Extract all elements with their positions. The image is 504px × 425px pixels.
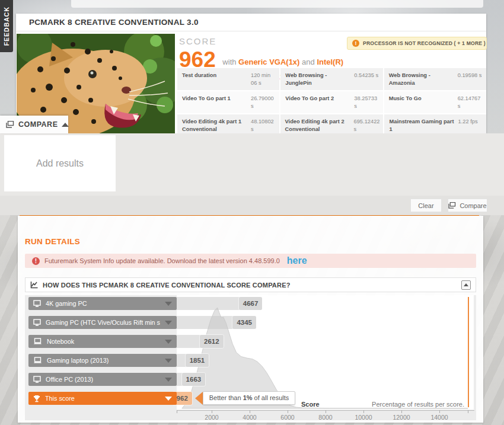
axis-tick	[177, 410, 177, 413]
update-alert-text: Futuremark System Info update available.…	[44, 257, 280, 264]
compare-tab-label: COMPARE	[18, 120, 58, 129]
processor-warning-badge[interactable]: ! PROCESSOR IS NOT RECOGNIZED ( + 1 MORE…	[347, 37, 487, 50]
result-cell-label: Test duration	[182, 72, 251, 79]
clear-button[interactable]: Clear	[410, 199, 442, 212]
compare-section-title: HOW DOES THIS PCMARK 8 CREATIVE CONVENTI…	[43, 282, 457, 289]
comparison-row-preset[interactable]: Gaming laptop (2013)	[28, 354, 177, 367]
results-table-row: Video To Go part 126.79000 sVideo To Go …	[177, 91, 486, 113]
score-and-word: and	[302, 57, 315, 66]
percentile-tooltip: Better than 1% of all results	[195, 391, 296, 405]
chart-icon	[30, 281, 38, 289]
score-with-word: with	[222, 57, 236, 66]
result-card: PCMARK 8 CREATIVE CONVENTIONAL 3.0	[16, 14, 486, 133]
score-bar-value: 4667	[239, 297, 263, 310]
result-cell: Web Browsing - JunglePin0.54235 s	[280, 68, 382, 90]
score-bar: 962	[177, 392, 192, 405]
result-cell: Web Browsing - Amazonia0.19598 s	[384, 68, 486, 90]
comparison-row-preset[interactable]: Notebook	[28, 335, 177, 348]
axis-right-note: Percentage of results per score.	[313, 401, 464, 408]
axis-tick-label: 10000	[350, 414, 377, 421]
score-bar: 4345	[177, 316, 256, 329]
comparison-row-preset[interactable]: Office PC (2013)	[28, 373, 177, 386]
axis-tick	[326, 410, 326, 413]
comparison-row-label: Gaming PC (HTC Vive/Oculus Rift min spec…	[46, 319, 160, 326]
compare-actions-bar: Clear Compare	[0, 196, 504, 215]
results-table-row: Test duration120 min 06 sWeb Browsing - …	[177, 68, 486, 90]
result-cell-label: Video To Go part 2	[285, 95, 354, 103]
compare-panel: Add results	[0, 133, 504, 196]
feedback-tab[interactable]: FEEDBACK	[0, 0, 13, 52]
caret-down-icon	[165, 397, 172, 401]
add-results-dropzone[interactable]: Add results	[4, 135, 116, 191]
score-bar-value: 4345	[232, 316, 256, 329]
result-cell-label: Music To Go	[389, 95, 458, 103]
score-label: SCORE	[179, 36, 345, 46]
exclamation-circle-icon: !	[352, 40, 359, 47]
compare-button[interactable]: Compare	[448, 199, 487, 212]
result-cell-value: 48.10802 s	[251, 118, 276, 133]
result-cell-label: Video Editing 4k part 1 Conventional	[182, 118, 251, 133]
desktop-icon	[33, 319, 41, 326]
score-bar: 4667	[177, 297, 262, 310]
score-compare-chart: Score Percentage of results per score. 4…	[25, 295, 476, 420]
axis-tick	[363, 410, 364, 413]
result-cell-value: 0.54235 s	[354, 72, 378, 79]
score-bar: 1851	[177, 354, 209, 367]
chart-right-edge-marker	[468, 297, 469, 407]
result-cell-label: Web Browsing - JunglePin	[285, 72, 354, 87]
compare-button-label: Compare	[460, 202, 486, 209]
score-gpu: Generic VGA(1x)	[238, 57, 299, 66]
result-cell-label: Video Editing 4k part 2 Conventional	[285, 118, 354, 133]
result-cell-value: 26.79000 s	[251, 95, 276, 110]
axis-tick-label: 2000	[199, 414, 225, 421]
result-cell-value: 38.25733 s	[354, 95, 379, 110]
result-cell-value: 1.22 fps	[458, 118, 477, 126]
laptop-icon	[33, 338, 42, 345]
caret-up-icon	[464, 283, 468, 286]
comparison-row-this-score[interactable]: This score	[28, 392, 177, 405]
axis-tick	[250, 410, 250, 413]
update-alert: ! Futuremark System Info update availabl…	[25, 254, 476, 268]
result-cell: Test duration120 min 06 s	[177, 68, 279, 90]
exclamation-circle-icon: !	[32, 257, 40, 265]
clear-button-label: Clear	[418, 202, 433, 209]
compare-tab[interactable]: COMPARE	[0, 116, 68, 133]
axis-tick	[401, 410, 402, 413]
comparison-row-label: Notebook	[47, 338, 160, 345]
axis-tick	[439, 410, 440, 413]
result-cell-label: Mainstream Gaming part 1	[389, 118, 458, 133]
score-bar-value: 2612	[200, 335, 224, 348]
previous-card-edge	[71, 0, 483, 8]
percentile-tooltip-text: Better than 1% of all results	[203, 391, 296, 405]
result-cell: Video To Go part 126.79000 s	[177, 91, 279, 113]
result-cell-value: 695.12422 s	[354, 118, 380, 133]
compare-section-header: HOW DOES THIS PCMARK 8 CREATIVE CONVENTI…	[25, 277, 476, 292]
comparison-row-label: Office PC (2013)	[46, 376, 160, 383]
caret-down-icon	[165, 340, 172, 344]
score-bar-value: 1663	[182, 373, 206, 386]
processor-warning-text: PROCESSOR IS NOT RECOGNIZED ( + 1 MORE )	[363, 40, 486, 46]
axis-tick-label: 6000	[275, 414, 301, 421]
caret-up-icon	[62, 123, 69, 127]
axis-tick	[212, 410, 212, 413]
axis-tick-label: 14000	[426, 414, 452, 421]
axis-tick	[288, 410, 288, 413]
run-details-heading: RUN DETAILS	[25, 237, 80, 246]
axis-tick	[468, 410, 468, 413]
tooltip-arrow-icon	[195, 392, 203, 405]
layers-icon	[448, 202, 456, 209]
comparison-row-label: 4K gaming PC	[46, 300, 160, 307]
comparison-row-preset[interactable]: 4K gaming PC	[28, 297, 177, 310]
caret-down-icon	[165, 359, 172, 363]
comparison-row-preset[interactable]: Gaming PC (HTC Vive/Oculus Rift min spec…	[28, 316, 177, 329]
result-card-title: PCMARK 8 CREATIVE CONVENTIONAL 3.0	[16, 14, 486, 31]
score-bar: 1663	[177, 373, 205, 386]
comparison-row-label: This score	[45, 395, 160, 402]
run-details-card: RUN DETAILS ! Futuremark System Info upd…	[18, 216, 483, 423]
desktop-icon	[33, 300, 41, 307]
result-cell: Video To Go part 238.25733 s	[280, 91, 382, 113]
collapse-section-button[interactable]	[461, 280, 471, 290]
score-bar-value: 1851	[186, 354, 209, 367]
add-results-label: Add results	[36, 158, 84, 169]
update-download-link[interactable]: here	[287, 255, 307, 266]
